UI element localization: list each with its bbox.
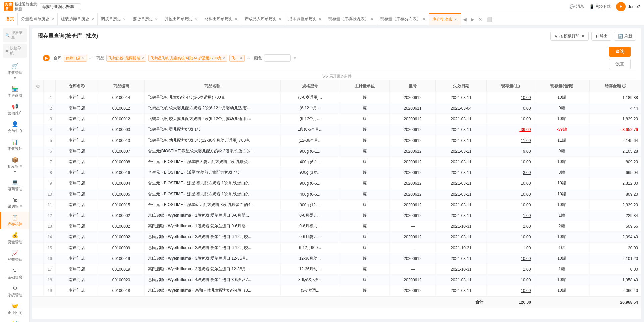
warehouse-tag[interactable]: 南岸门店 ✕ — [64, 55, 87, 62]
app-download-btn[interactable]: 📱 App下载 — [589, 4, 611, 9]
shortcut-nav-btn[interactable]: ★ 快捷导航 — [3, 44, 27, 58]
qty-link-6[interactable]: 10.00 — [521, 160, 531, 164]
qty-link-18[interactable]: 10.00 — [521, 288, 531, 293]
tab-zuhe[interactable]: 组装拆卸单历史 ✕ — [58, 13, 98, 25]
tab-close-all-btn[interactable]: ✕ — [476, 17, 484, 22]
tab-prev-btn[interactable]: ◀ — [461, 17, 469, 22]
qty-link-5[interactable]: 9.00 — [523, 149, 531, 154]
warehouse-tag-close[interactable]: ✕ — [82, 56, 85, 60]
sidebar-item-stats[interactable]: 📊 零售统计 — [0, 136, 29, 154]
qty-link-15[interactable]: 10.00 — [521, 256, 531, 261]
account-selector[interactable]: 母婴行业演示账套 — [40, 3, 81, 10]
product-tag-1-close[interactable]: ✕ — [222, 56, 225, 60]
qty-link-11[interactable]: 1.00 — [523, 213, 531, 218]
tab-close-chengben[interactable]: ✕ — [319, 17, 321, 21]
tab-cailiao[interactable]: 材料出库单历史 ✕ — [201, 13, 241, 25]
cell-spec-9: 400g (0-6... — [280, 189, 339, 200]
search-menu-btn[interactable]: 🔍 搜索菜单 — [3, 28, 27, 42]
tab-close-chengpin[interactable]: ✕ — [279, 17, 281, 21]
settings-btn[interactable]: 设置 — [609, 59, 631, 69]
product-more-btn[interactable]: ··· — [247, 56, 250, 60]
tab-diaopo[interactable]: 调拨单历史 ✕ — [98, 13, 129, 25]
content-area: 现存量查询(按仓库+批次) 🖨 按模板打印 ▼ ⬇ 导出 🔄 刷新 — [30, 25, 644, 322]
tab-close-xianzai3[interactable]: ✕ — [454, 18, 457, 21]
tab-fenpage[interactable]: 分量盘点单历史 ✕ — [18, 13, 58, 25]
qty-link-10[interactable]: 10.00 — [521, 203, 531, 207]
export-btn[interactable]: ⬇ 导出 — [591, 32, 611, 41]
tab-close-xianzai2[interactable]: ✕ — [423, 17, 425, 21]
qty-link-14[interactable]: 1.00 — [523, 246, 531, 250]
cell-name-3: 飞鹤星飞帆 婴儿配方奶粉 1段 — [144, 124, 280, 135]
qty-link-12[interactable]: 2.00 — [523, 224, 531, 229]
sidebar-item-basic[interactable]: 🗂 基础信息 — [0, 265, 29, 282]
color-dropdown-icon[interactable]: ▼ — [293, 56, 297, 60]
qty-link-0[interactable]: 10.00 — [521, 95, 531, 100]
sidebar-item-system[interactable]: ⚙ 系统管理 — [0, 282, 29, 300]
cell-warehouse-8: 南岸门店 — [56, 178, 98, 189]
sidebar-item-member[interactable]: 👤 会员中心 — [0, 118, 29, 136]
cell-unit-2: 罐 — [339, 114, 390, 124]
sidebar-item-finance[interactable]: 💰 资金管理 — [0, 229, 29, 247]
tab-expand-btn[interactable]: ⬜ — [484, 17, 494, 22]
filter-expand-arrow[interactable]: ▶ — [43, 55, 50, 61]
cell-batch-8: 20200612 — [389, 178, 435, 189]
cell-qty-main-12: 2.00 — [487, 221, 534, 232]
qty-link-1[interactable]: 0.00 — [523, 106, 531, 111]
qty-link-2[interactable]: 10.00 — [521, 117, 531, 121]
cell-no-11: 12 — [44, 210, 56, 221]
tab-close-qitachu[interactable]: ✕ — [195, 17, 198, 21]
sidebar-item-ecommerce[interactable]: 💻 电商管理 — [0, 176, 29, 194]
cell-spec-7: 900g (3岁... — [280, 167, 339, 178]
tab-close-fenpage[interactable]: ✕ — [51, 17, 54, 21]
tab-close-cailiao[interactable]: ✕ — [235, 17, 237, 21]
tab-close-yaohu[interactable]: ✕ — [155, 17, 158, 21]
qty-link-9[interactable]: 10.00 — [521, 192, 531, 197]
tab-xianzai1[interactable]: 现存量（库存状况表） ✕ — [325, 13, 377, 25]
tab-next-btn[interactable]: ▶ — [469, 17, 476, 22]
qty-link-7[interactable]: 3.00 — [523, 170, 531, 175]
product-tag-0-close[interactable]: ✕ — [141, 56, 144, 60]
tab-xianzai2[interactable]: 现存量（库存分布表） ✕ — [377, 13, 429, 25]
qty-link-17[interactable]: 10.00 — [521, 278, 531, 282]
qty-link-13[interactable]: 10.00 — [521, 235, 531, 239]
product-tag-2[interactable]: 飞... ✕ — [229, 55, 245, 62]
sidebar-item-retail[interactable]: 🛒 零售管理 ▼ — [0, 60, 29, 83]
tab-chengben[interactable]: 成本调整单历史 ✕ — [285, 13, 325, 25]
tab-close-diaopo[interactable]: ✕ — [123, 17, 126, 21]
qty-link-16[interactable]: 1.00 — [523, 267, 531, 272]
qty-link-3[interactable]: -39.00 — [519, 127, 531, 132]
product-tag-0[interactable]: 飞鹤奶粉3段两提装 ✕ — [106, 55, 146, 62]
tab-qitachu[interactable]: 其他出库单历史 ✕ — [161, 13, 201, 25]
qty-link-4[interactable]: 11.00 — [521, 138, 531, 143]
sidebar-item-inventory[interactable]: 📋 库存核算 — [0, 212, 29, 229]
message-btn[interactable]: 💬 消息 — [570, 4, 584, 9]
tab-home[interactable]: 首页 — [3, 13, 18, 25]
color-input[interactable] — [264, 54, 291, 62]
tab-close-xianzai1[interactable]: ✕ — [371, 17, 373, 21]
product-tag-1[interactable]: 飞鹤星飞帆 儿童奶粉 4段(3-6岁适用) 700克 ✕ — [148, 55, 227, 62]
cell-code-13: 00100002 — [98, 232, 144, 243]
sidebar-item-marketing[interactable]: 📢 营销推广 — [0, 101, 29, 118]
expand-more-btn[interactable]: ⋁⋁ 展开更多条件 — [322, 74, 352, 79]
sidebar-item-business[interactable]: 📈 经营管理 — [0, 247, 29, 265]
refresh-btn[interactable]: 🔄 刷新 — [614, 32, 636, 41]
tab-chengpin[interactable]: 产成品入库单历史 ✕ — [241, 13, 285, 25]
sidebar-item-guide[interactable]: 🔰 新手引导 — [0, 318, 29, 322]
color-label: 颜色 — [254, 55, 262, 61]
warehouse-more-btn[interactable]: ··· — [89, 56, 92, 60]
query-btn[interactable]: 查询 — [609, 47, 631, 57]
tab-xianzai3[interactable]: 库存批次账 ✕ — [429, 13, 461, 25]
sidebar-item-purchase[interactable]: 🛍 采购管理 — [0, 194, 29, 212]
tab-close-zuhe[interactable]: ✕ — [91, 17, 94, 21]
print-btn[interactable]: 🖨 按模板打印 ▼ — [550, 32, 589, 41]
cell-qty-pkg-5: 9罐 — [534, 146, 589, 157]
sidebar-item-wholesale[interactable]: 📦 批发管理 ▼ — [0, 154, 29, 176]
table-settings-icon[interactable]: ⚙ — [36, 84, 40, 89]
sidebar-item-collab[interactable]: 🤝 企业协同 — [0, 300, 29, 318]
qty-link-8[interactable]: 10.00 — [521, 181, 531, 186]
cell-balance-4: 2,145.64 — [589, 135, 641, 146]
sidebar-item-retail-shop[interactable]: 🏪 零售商城 — [0, 83, 29, 101]
product-tag-2-close[interactable]: ✕ — [239, 56, 242, 60]
user-area[interactable]: E demo2 — [616, 2, 640, 11]
tab-yaohu[interactable]: 要货单历史 ✕ — [129, 13, 161, 25]
